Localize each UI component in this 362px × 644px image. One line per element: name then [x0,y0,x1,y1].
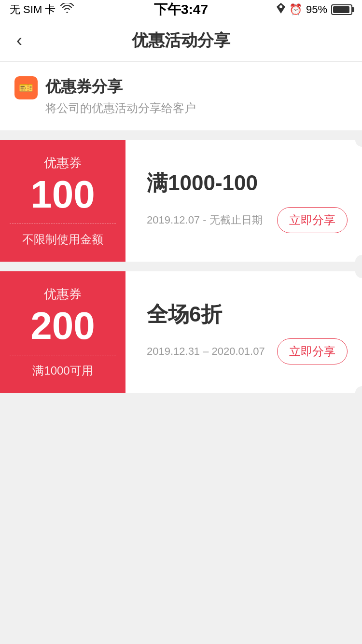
battery-icon [331,4,352,15]
back-button[interactable]: ‹ [12,26,27,56]
status-left: 无 SIM 卡 [10,2,74,17]
section-title: 优惠券分享 [45,76,196,98]
status-time: 下午3:47 [154,0,208,19]
share-button-1[interactable]: 立即分享 [277,207,348,233]
coupon-amount-2: 200 [30,307,95,345]
location-icon [277,3,285,16]
empty-space [0,403,362,596]
coupon-amount-1: 100 [30,175,95,214]
status-right: ⏰ 95% [277,3,352,16]
coupon-condition-1: 不限制使用金额 [22,232,103,247]
alarm-icon: ⏰ [289,3,302,16]
coupon-bottom-row-1: 2019.12.07 - 无截止日期 立即分享 [147,207,348,233]
coupon-date-1: 2019.12.07 - 无截止日期 [147,213,272,227]
nav-bar: ‹ 优惠活动分享 [0,19,362,62]
status-bar: 无 SIM 卡 下午3:47 ⏰ 95% [0,0,362,19]
coupons-list: 优惠券 100 不限制使用金额 满1000-100 2019.12.07 - 无… [0,140,362,403]
coupon-name-1: 满1000-100 [147,169,348,197]
coupon-right-2: 全场6折 2019.12.31 – 2020.01.07 立即分享 [125,271,362,393]
carrier-text: 无 SIM 卡 [10,2,56,17]
coupon-card-2: 优惠券 200 满1000可用 全场6折 2019.12.31 – 2020.0… [0,271,362,393]
coupon-right-1: 满1000-100 2019.12.07 - 无截止日期 立即分享 [125,140,362,262]
coupon-label-1: 优惠券 [44,154,82,171]
section-header: 🎫 优惠券分享 将公司的优惠活动分享给客户 [0,62,362,130]
svg-point-0 [279,5,282,8]
coupon-left-2: 优惠券 200 满1000可用 [0,271,125,393]
page-title: 优惠活动分享 [132,29,230,52]
section-text-group: 优惠券分享 将公司的优惠活动分享给客户 [45,76,196,116]
coupon-condition-2: 满1000可用 [32,363,93,378]
coupon-bottom-row-2: 2019.12.31 – 2020.01.07 立即分享 [147,338,348,364]
coupon-left-1: 优惠券 100 不限制使用金额 [0,140,125,262]
content-area: 🎫 优惠券分享 将公司的优惠活动分享给客户 优惠券 100 不限制使用金额 满1… [0,62,362,596]
battery-percent: 95% [306,3,327,16]
coupon-date-2: 2019.12.31 – 2020.01.07 [147,345,272,358]
section-subtitle: 将公司的优惠活动分享给客户 [45,100,196,116]
coupon-card-1: 优惠券 100 不限制使用金额 满1000-100 2019.12.07 - 无… [0,140,362,262]
section-icon: 🎫 [14,76,38,99]
wifi-icon [60,3,74,16]
coupon-divider-1 [10,224,116,224]
coupon-label-2: 优惠券 [44,286,82,303]
share-button-2[interactable]: 立即分享 [277,338,348,364]
coupon-name-2: 全场6折 [147,300,348,329]
coupon-divider-2 [10,355,116,355]
